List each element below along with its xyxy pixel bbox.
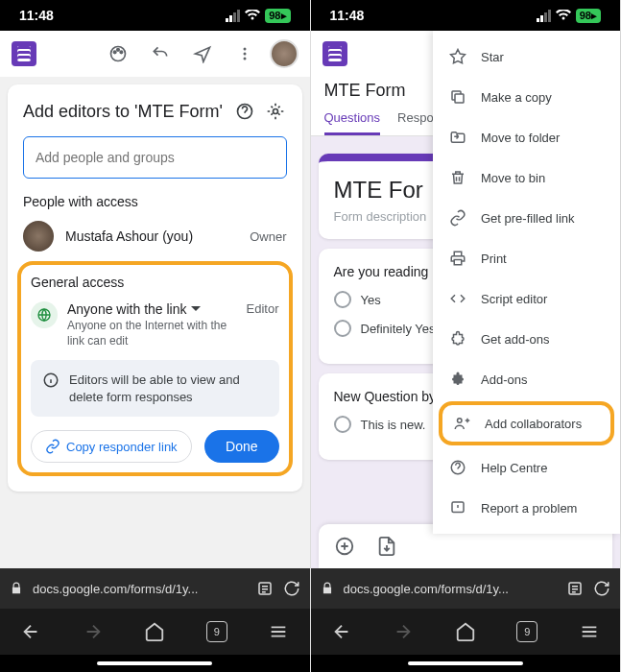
menu-item-label: Add-ons bbox=[481, 372, 527, 387]
puzzle-icon bbox=[448, 329, 467, 348]
add-icon[interactable] bbox=[334, 536, 355, 557]
tabs-button[interactable]: 9 bbox=[206, 621, 227, 642]
person-name: Mustafa Ashour (you) bbox=[65, 228, 238, 244]
menu-item-folder[interactable]: Move to folder bbox=[433, 117, 620, 157]
more-icon[interactable] bbox=[227, 36, 262, 71]
collab-icon bbox=[452, 414, 471, 433]
menu-item-code[interactable]: Script editor bbox=[433, 278, 620, 319]
browser-nav: 9 bbox=[311, 609, 621, 655]
card-title: Add editors to 'MTE Form' bbox=[23, 102, 226, 122]
home-icon[interactable] bbox=[144, 621, 165, 642]
forms-app-icon[interactable] bbox=[322, 41, 347, 66]
menu-item-label: Script editor bbox=[481, 292, 547, 306]
home-indicator bbox=[311, 655, 621, 672]
menu-item-label: Star bbox=[481, 50, 504, 64]
forward-icon[interactable] bbox=[83, 621, 104, 642]
globe-icon bbox=[31, 301, 58, 328]
chevron-down-icon bbox=[191, 306, 201, 312]
menu-item-link[interactable]: Get pre-filled link bbox=[433, 198, 620, 238]
tabs-button[interactable]: 9 bbox=[516, 621, 537, 642]
lock-icon bbox=[10, 582, 23, 595]
browser-nav: 9 bbox=[0, 609, 310, 655]
menu-item-puzzle[interactable]: Get add-ons bbox=[433, 319, 620, 359]
palette-icon[interactable] bbox=[101, 36, 135, 71]
tab-questions[interactable]: Questions bbox=[324, 101, 381, 135]
svg-point-4 bbox=[243, 48, 246, 51]
link-role[interactable]: Editor bbox=[247, 301, 279, 316]
overflow-menu: StarMake a copyMove to folderMove to bin… bbox=[433, 31, 620, 534]
link-access-dropdown[interactable]: Anyone with the link bbox=[67, 301, 237, 317]
avatar[interactable] bbox=[270, 39, 299, 68]
general-access-label: General access bbox=[31, 275, 279, 290]
lock-icon bbox=[321, 582, 334, 595]
menu-item-trash[interactable]: Move to bin bbox=[433, 157, 620, 198]
app-header bbox=[0, 31, 310, 77]
menu-item-help[interactable]: Help Centre bbox=[433, 447, 620, 488]
wifi-icon bbox=[245, 10, 260, 21]
signal-icon bbox=[537, 10, 551, 22]
link-icon bbox=[45, 439, 60, 454]
svg-rect-13 bbox=[455, 94, 464, 103]
url-text: docs.google.com/forms/d/1y... bbox=[33, 582, 247, 596]
phone-left: 11:48 98▸ Add editors to 'MTE Form' Peop… bbox=[0, 0, 311, 672]
menu-item-copy[interactable]: Make a copy bbox=[433, 77, 620, 117]
svg-point-3 bbox=[120, 51, 123, 54]
svg-point-2 bbox=[116, 49, 119, 52]
trash-icon bbox=[448, 168, 467, 187]
menu-icon[interactable] bbox=[268, 621, 289, 642]
menu-item-label: Print bbox=[481, 252, 507, 266]
back-icon[interactable] bbox=[20, 621, 41, 642]
share-card: Add editors to 'MTE Form' People with ac… bbox=[8, 84, 302, 492]
reader-icon[interactable] bbox=[256, 580, 274, 597]
wifi-icon bbox=[556, 10, 571, 21]
reader-icon[interactable] bbox=[566, 580, 584, 597]
clock: 11:48 bbox=[19, 8, 54, 23]
menu-item-report[interactable]: Report a problem bbox=[433, 488, 620, 528]
add-people-field[interactable] bbox=[36, 150, 275, 165]
add-people-input[interactable] bbox=[23, 136, 287, 179]
menu-item-label: Report a problem bbox=[481, 501, 577, 516]
phone-right: 11:48 98▸ MTE Form Questions Respo MTE F… bbox=[311, 0, 622, 672]
menu-item-label: Get add-ons bbox=[481, 332, 550, 347]
clock: 11:48 bbox=[330, 8, 365, 23]
info-icon bbox=[42, 372, 60, 389]
code-icon bbox=[448, 289, 467, 308]
svg-point-6 bbox=[243, 58, 246, 60]
reload-icon[interactable] bbox=[283, 580, 300, 597]
url-text: docs.google.com/forms/d/1y... bbox=[344, 582, 558, 596]
battery-icon: 98▸ bbox=[576, 9, 601, 23]
home-icon[interactable] bbox=[455, 621, 476, 642]
done-button[interactable]: Done bbox=[204, 430, 278, 463]
forms-app-icon[interactable] bbox=[12, 41, 36, 66]
copy-link-button[interactable]: Copy responder link bbox=[31, 430, 192, 463]
import-icon[interactable] bbox=[376, 536, 397, 557]
url-bar[interactable]: docs.google.com/forms/d/1y... bbox=[311, 568, 621, 609]
person-avatar bbox=[23, 221, 54, 252]
reload-icon[interactable] bbox=[593, 580, 610, 597]
undo-icon[interactable] bbox=[143, 36, 178, 71]
general-access-highlight: General access Anyone with the link Anyo… bbox=[17, 261, 293, 476]
menu-item-star[interactable]: Star bbox=[433, 36, 620, 77]
svg-point-5 bbox=[243, 53, 246, 56]
status-bar: 11:48 98▸ bbox=[311, 0, 621, 31]
menu-item-label: Make a copy bbox=[481, 90, 552, 105]
menu-item-label: Get pre-filled link bbox=[481, 211, 575, 226]
help-icon bbox=[448, 458, 467, 477]
gear-icon[interactable] bbox=[264, 100, 287, 123]
menu-icon[interactable] bbox=[579, 621, 600, 642]
person-row: Mustafa Ashour (you) Owner bbox=[23, 221, 287, 252]
menu-item-puzzlef[interactable]: Add-ons bbox=[433, 359, 620, 399]
help-icon[interactable] bbox=[233, 100, 256, 123]
menu-item-print[interactable]: Print bbox=[433, 238, 620, 278]
tab-responses[interactable]: Respo bbox=[397, 101, 434, 135]
star-icon bbox=[448, 47, 467, 66]
back-icon[interactable] bbox=[331, 621, 352, 642]
radio-icon bbox=[334, 291, 351, 308]
url-bar[interactable]: docs.google.com/forms/d/1y... bbox=[0, 568, 310, 609]
send-icon[interactable] bbox=[185, 36, 220, 71]
people-access-label: People with access bbox=[23, 194, 287, 209]
menu-item-collab[interactable]: Add collaborators bbox=[439, 401, 614, 445]
forward-icon[interactable] bbox=[393, 621, 414, 642]
menu-item-label: Help Centre bbox=[481, 461, 547, 475]
menu-item-label: Move to bin bbox=[481, 171, 545, 185]
